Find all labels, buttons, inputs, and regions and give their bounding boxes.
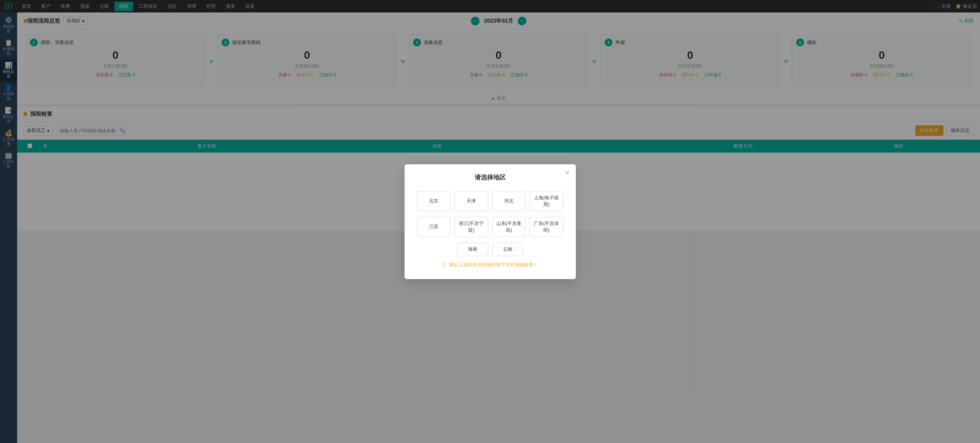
region-btn-shanghai[interactable]: 上海(电子税局)	[530, 191, 563, 211]
dialog-warning: ⚠ 除以上地区外其他地区暂不支持报税检查！	[417, 262, 563, 268]
dialog-title: 请选择地区	[417, 174, 563, 182]
region-dialog: × 请选择地区 北京 天津 河北 上海(电子税局) 江苏 浙江(不含宁波) 山东…	[405, 164, 576, 279]
region-grid-row2: 江苏 浙江(不含宁波) 山东(不含青岛) 广东(不含深圳)	[417, 217, 563, 237]
warning-text: 除以上地区外其他地区暂不支持报税检查！	[449, 262, 538, 268]
region-btn-beijing[interactable]: 北京	[417, 191, 451, 211]
region-grid-row1: 北京 天津 河北 上海(电子税局)	[417, 191, 563, 211]
region-grid-row3: 海南 云南	[417, 243, 563, 256]
region-btn-tianjin[interactable]: 天津	[454, 191, 488, 211]
region-btn-jiangsu[interactable]: 江苏	[417, 217, 451, 237]
region-btn-zhejiang[interactable]: 浙江(不含宁波)	[454, 217, 488, 237]
region-btn-guangdong[interactable]: 广东(不含深圳)	[530, 217, 563, 237]
modal-overlay: × 请选择地区 北京 天津 河北 上海(电子税局) 江苏 浙江(不含宁波) 山东…	[0, 0, 980, 443]
warning-icon: ⚠	[442, 262, 447, 268]
region-btn-hebei[interactable]: 河北	[492, 191, 526, 211]
region-btn-shandong[interactable]: 山东(不含青岛)	[492, 217, 526, 237]
region-btn-hainan[interactable]: 海南	[457, 243, 488, 256]
region-btn-yunnan[interactable]: 云南	[492, 243, 523, 256]
dialog-close-button[interactable]: ×	[565, 169, 570, 177]
